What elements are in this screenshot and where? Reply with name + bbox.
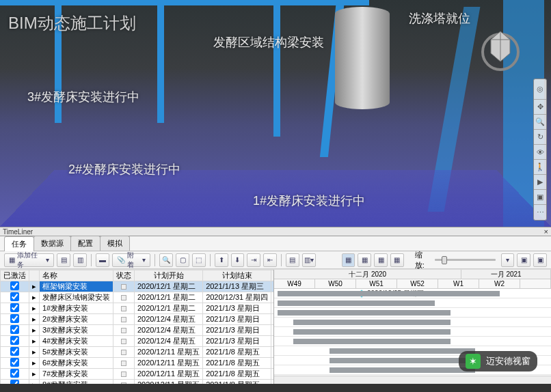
gantt-bar[interactable]	[293, 320, 451, 325]
active-checkbox[interactable]	[10, 292, 19, 301]
find-items-button[interactable]: 🔍	[159, 253, 173, 267]
table-row[interactable]: ▸框架钢梁安装2020/12/1 星期二2021/1/13 星期三不适用	[1, 281, 274, 292]
filter-button[interactable]: ▤	[286, 253, 299, 267]
gantt-row	[274, 298, 551, 308]
active-checkbox[interactable]	[10, 336, 19, 345]
col-active: 已激活	[1, 270, 29, 281]
active-checkbox[interactable]	[10, 369, 19, 378]
task-name: 5#发酵床安装	[40, 347, 113, 358]
table-row[interactable]: ▸8#发酵床安装2020/12/11 星期五2021/1/8 星期五不适用	[1, 380, 274, 384]
active-checkbox[interactable]	[10, 303, 19, 312]
active-checkbox[interactable]	[10, 325, 19, 334]
gantt-bar[interactable]	[293, 329, 451, 335]
gantt-week: W49	[274, 279, 315, 288]
3d-viewport[interactable]: BIM动态施工计划 洗涤塔就位 发酵区域结构梁安装 3#发酵床安装进行中 2#发…	[0, 0, 551, 227]
label-bed2: 2#发酵床安装进行中	[68, 161, 180, 178]
label-bed1: 1#发酵床安装进行中	[253, 193, 365, 209]
gantt-bar[interactable]	[278, 310, 451, 316]
close-icon[interactable]: ×	[544, 227, 548, 236]
select-button[interactable]: ▣	[534, 190, 546, 205]
orbit-button[interactable]: ↻	[534, 130, 546, 145]
attach-button[interactable]: 📎 附着 ▾	[112, 253, 151, 267]
insert-task-button[interactable]: ▤	[57, 253, 70, 267]
rules-button[interactable]: ⬚	[192, 253, 206, 267]
gantt-row	[274, 289, 551, 298]
view-cube[interactable]	[477, 25, 524, 71]
watermark: ✶ 迈安德视窗	[459, 351, 537, 372]
gantt-row	[274, 337, 551, 346]
task-name: 发酵床区域钢梁安装	[40, 292, 113, 303]
task-name: 框架钢梁安装	[40, 281, 113, 292]
tab-datasources[interactable]: 数据源	[33, 236, 71, 251]
zoom-slider[interactable]	[435, 259, 496, 261]
table-row[interactable]: ▸4#发酵床安装2020/12/4 星期五2021/1/3 星期日不适用	[1, 336, 274, 347]
gantt-bar[interactable]	[330, 348, 475, 354]
task-name: 1#发酵床安装	[40, 303, 113, 314]
walk-button[interactable]: 🚶	[534, 160, 546, 175]
gantt-hscroll[interactable]	[274, 376, 551, 384]
gantt-week: W51	[356, 279, 397, 288]
label-tower: 洗涤塔就位	[409, 10, 470, 27]
clear-attach-button[interactable]: ▢	[176, 253, 189, 267]
timeliner-titlebar: TimeLiner ×	[0, 227, 551, 236]
look-button[interactable]: 👁	[534, 145, 546, 160]
zoom-control: 缩放:	[415, 250, 496, 270]
settings-button[interactable]: ▣	[533, 253, 547, 267]
gantt-actual-button[interactable]: ▦	[374, 253, 388, 267]
gantt-bar[interactable]	[330, 367, 475, 373]
fly-button[interactable]: ▶	[534, 175, 546, 190]
pan-button[interactable]: ✥	[534, 100, 546, 115]
table-row[interactable]: ▸6#发酵床安装2020/12/11 星期五2021/1/8 星期五不适用	[1, 358, 274, 369]
nav-tool-strip: ◎ ✥ 🔍 ↻ 👁 🚶 ▶ ▣ ⋯	[533, 79, 547, 221]
col-end: 计划结束	[203, 270, 271, 281]
task-name: 3#发酵床安装	[40, 325, 113, 336]
table-row[interactable]: ▸发酵床区域钢梁安装2020/12/1 星期二2020/12/31 星期四不适用	[1, 292, 274, 303]
auto-add-button[interactable]: ▥	[73, 253, 87, 267]
gantt-row	[274, 327, 551, 337]
delete-task-button[interactable]: ▬	[96, 253, 109, 267]
gantt-bar[interactable]	[278, 300, 435, 306]
move-down-button[interactable]: ⬇	[231, 253, 245, 267]
task-grid[interactable]: 已激活 名称 状态 计划开始 计划结束 实际 ▸框架钢梁安装2020/12/1 …	[0, 270, 273, 384]
gantt-bar[interactable]	[293, 339, 451, 344]
col-start: 计划开始	[135, 270, 203, 281]
tab-simulate[interactable]: 模拟	[100, 236, 130, 251]
tab-tasks[interactable]: 任务	[4, 236, 34, 251]
more-button[interactable]: ⋯	[534, 205, 546, 220]
tab-config[interactable]: 配置	[70, 236, 100, 251]
active-checkbox[interactable]	[10, 380, 19, 384]
export-button[interactable]: ▾	[501, 253, 515, 267]
table-row[interactable]: ▸7#发酵床安装2020/12/11 星期五2021/1/8 星期五不适用	[1, 369, 274, 380]
gantt-week: W1	[438, 279, 479, 288]
task-name: 2#发酵床安装	[40, 314, 113, 325]
gantt-week: W2	[479, 279, 520, 288]
table-row[interactable]: ▸1#发酵床安装2020/12/1 星期二2021/1/3 星期日不适用	[1, 303, 274, 314]
gantt-bar[interactable]	[278, 291, 500, 296]
active-checkbox[interactable]	[10, 314, 19, 323]
zoom-button[interactable]: 🔍	[534, 115, 546, 130]
timeliner-toolbar: ▦ 添加任务 ▾ ▤ ▥ ▬ 📎 附着 ▾ 🔍 ▢ ⬚ ⬆ ⬇ ⇥ ⇤ ▤ ▥▾…	[0, 251, 551, 269]
active-checkbox[interactable]	[10, 347, 19, 356]
zoom-label: 缩放:	[415, 250, 432, 270]
col-status: 状态	[113, 270, 135, 281]
gantt-week: W50	[315, 279, 356, 288]
add-task-button[interactable]: ▦ 添加任务 ▾	[4, 253, 54, 267]
gantt-show-button[interactable]: ▦	[342, 253, 355, 267]
table-row[interactable]: ▸3#发酵床安装2020/12/4 星期五2021/1/3 星期日不适用	[1, 325, 274, 336]
steering-wheel-button[interactable]: ◎	[534, 79, 546, 100]
active-checkbox[interactable]	[10, 281, 19, 290]
indent-button[interactable]: ⇥	[247, 253, 260, 267]
outdent-button[interactable]: ⇤	[263, 253, 277, 267]
import-button[interactable]: ▣	[517, 253, 530, 267]
gantt-row	[274, 318, 551, 327]
gantt-bar[interactable]	[330, 358, 475, 363]
task-name: 8#发酵床安装	[40, 380, 113, 384]
table-row[interactable]: ▸2#发酵床安装2020/12/4 星期五2021/1/3 星期日不适用	[1, 314, 274, 325]
label-beam: 发酵区域结构梁安装	[213, 34, 324, 51]
gantt-both-button[interactable]: ▦	[390, 253, 404, 267]
table-row[interactable]: ▸5#发酵床安装2020/12/11 星期五2021/1/8 星期五不适用	[1, 347, 274, 358]
move-up-button[interactable]: ⬆	[215, 253, 228, 267]
gantt-planned-button[interactable]: ▦	[358, 253, 371, 267]
columns-button[interactable]: ▥▾	[302, 253, 316, 267]
active-checkbox[interactable]	[10, 358, 19, 367]
